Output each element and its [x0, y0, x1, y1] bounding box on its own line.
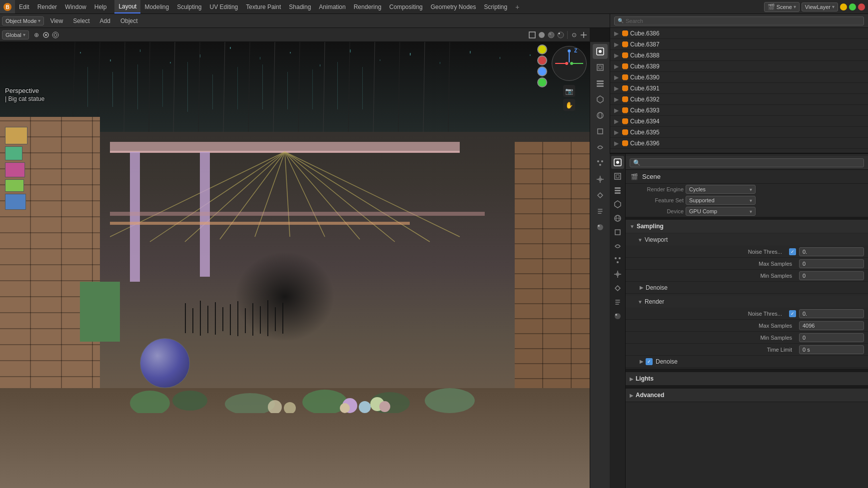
gizmo-blue-dot[interactable]	[537, 66, 547, 76]
window-close[interactable]	[858, 3, 865, 10]
object-mode-dropdown[interactable]: Object Mode ▾	[2, 16, 44, 25]
add-workspace-button[interactable]: +	[511, 0, 523, 13]
menu-window[interactable]: Window	[61, 0, 90, 13]
render-subheader[interactable]: ▼ Render	[626, 296, 868, 308]
transform-global-btn[interactable]: Global ▾	[2, 30, 29, 39]
sampling-header[interactable]: ▼ Sampling	[626, 220, 868, 233]
workspace-uv-editing[interactable]: UV Editing	[206, 0, 242, 13]
vtoolbar-particles-icon[interactable]	[593, 156, 608, 171]
vtoolbar-view-layer-icon[interactable]	[593, 76, 608, 91]
vtoolbar-object-icon[interactable]	[593, 124, 608, 139]
vtoolbar-constraint-icon[interactable]	[593, 188, 608, 203]
outliner-search-box[interactable]: 🔍 Search	[614, 16, 864, 25]
props-icon-data[interactable]	[611, 296, 624, 309]
vtoolbar-output-icon[interactable]	[593, 60, 608, 75]
blender-logo[interactable]: B	[0, 0, 15, 13]
vtoolbar-physics-icon[interactable]	[593, 172, 608, 187]
props-icon-object[interactable]	[611, 226, 624, 239]
transform-icon[interactable]: ⊕	[32, 31, 40, 39]
object-menu[interactable]: Object	[116, 17, 142, 24]
render-max-samples-value[interactable]: 4096	[799, 321, 864, 330]
props-search-box[interactable]: 🔍	[630, 158, 864, 167]
outliner-row-cube6388[interactable]: ▶ Cube.6388	[610, 50, 868, 61]
device-dropdown[interactable]: GPU Comp ▾	[686, 207, 756, 216]
viewport-subheader[interactable]: ▼ Viewport	[626, 234, 868, 246]
menu-help[interactable]: Help	[90, 0, 111, 13]
workspace-animation[interactable]: Animation	[315, 0, 349, 13]
props-icon-particles[interactable]	[611, 254, 624, 267]
proportional-edit-icon[interactable]	[51, 31, 59, 39]
window-minimize[interactable]	[840, 3, 847, 10]
props-icon-scene[interactable]	[611, 198, 624, 211]
snap-icon[interactable]	[42, 31, 50, 39]
outliner-row-cube6395[interactable]: ▶ Cube.6395	[610, 127, 868, 138]
viewport-noise-threshold-value[interactable]: 0.	[799, 247, 864, 256]
zoom-camera-icon[interactable]: 📷	[563, 85, 575, 97]
viewport-max-samples-value[interactable]: 0	[799, 259, 864, 268]
render-denoise-checkbox[interactable]: ✓	[646, 358, 653, 365]
viewlayer-selector[interactable]: ViewLayer ▾	[802, 2, 838, 11]
feature-set-dropdown[interactable]: Supported ▾	[686, 196, 756, 205]
workspace-geometry-nodes[interactable]: Geometry Nodes	[427, 0, 480, 13]
select-menu[interactable]: Select	[69, 17, 93, 24]
orbit-icon[interactable]: ✋	[563, 99, 575, 111]
workspace-layout[interactable]: Layout	[114, 0, 140, 13]
render-time-limit-value[interactable]: 0 s	[799, 345, 864, 354]
window-maximize[interactable]	[849, 3, 856, 10]
outliner-row-cube6386[interactable]: ▶ Cube.6386	[610, 28, 868, 39]
workspace-sculpting[interactable]: Sculpting	[173, 0, 205, 13]
props-icon-viewlayer[interactable]	[611, 184, 624, 197]
vtoolbar-data-icon[interactable]	[593, 204, 608, 219]
workspace-compositing[interactable]: Compositing	[385, 0, 427, 13]
gizmo-green-dot[interactable]	[537, 77, 547, 87]
vtoolbar-render-icon[interactable]	[593, 44, 608, 59]
props-icon-output[interactable]	[611, 170, 624, 183]
render-noise-threshold-checkbox[interactable]: ✓	[789, 310, 796, 317]
viewport-denoise-header[interactable]: ▶ Denoise	[626, 282, 868, 294]
props-icon-modifier[interactable]	[611, 240, 624, 253]
outliner-row-cube6387[interactable]: ▶ Cube.6387	[610, 39, 868, 50]
workspace-rendering[interactable]: Rendering	[350, 0, 385, 13]
advanced-header[interactable]: ▶ Advanced	[626, 389, 868, 402]
lights-header[interactable]: ▶ Lights	[626, 372, 868, 385]
workspace-texture-paint[interactable]: Texture Paint	[242, 0, 285, 13]
outliner-row-cube6390[interactable]: ▶ Cube.6390	[610, 72, 868, 83]
props-icon-material[interactable]	[611, 310, 624, 323]
viewport-shading-rendered[interactable]	[557, 31, 565, 39]
render-noise-threshold-value[interactable]: 0.	[799, 309, 864, 318]
vtoolbar-world-icon[interactable]	[593, 108, 608, 123]
overlay-toggle[interactable]: ⊙	[570, 31, 578, 39]
props-icon-constraint[interactable]	[611, 282, 624, 295]
outliner-row-cube6391[interactable]: ▶ Cube.6391	[610, 83, 868, 94]
outliner-row-cube6389[interactable]: ▶ Cube.6389	[610, 61, 868, 72]
viewport-min-samples-value[interactable]: 0	[799, 271, 864, 280]
viewport-noise-threshold-checkbox[interactable]: ✓	[789, 248, 796, 255]
outliner-row-cube6393[interactable]: ▶ Cube.6393	[610, 105, 868, 116]
vtoolbar-modifier-icon[interactable]	[593, 140, 608, 155]
viewport-shading-wire[interactable]	[528, 31, 536, 39]
menu-render[interactable]: Render	[33, 0, 61, 13]
viewport-shading-solid[interactable]	[538, 31, 546, 39]
vtoolbar-scene-icon[interactable]	[593, 92, 608, 107]
vtoolbar-material-icon[interactable]	[593, 220, 608, 235]
view-menu[interactable]: View	[46, 17, 67, 24]
outliner-row-cube6396[interactable]: ▶ Cube.6396	[610, 138, 868, 149]
outliner-row-cube6392[interactable]: ▶ Cube.6392	[610, 94, 868, 105]
props-icon-render[interactable]	[611, 156, 624, 169]
scene-selector[interactable]: 🎬 Scene ▾	[764, 2, 800, 12]
props-icon-world[interactable]	[611, 212, 624, 225]
workspace-scripting[interactable]: Scripting	[480, 0, 511, 13]
workspace-shading[interactable]: Shading	[285, 0, 315, 13]
render-min-samples-value[interactable]: 0	[799, 333, 864, 342]
outliner-row-cube6394[interactable]: ▶ Cube.6394	[610, 116, 868, 127]
menu-edit[interactable]: Edit	[15, 0, 33, 13]
gizmo-toggle[interactable]	[580, 31, 588, 39]
render-engine-dropdown[interactable]: Cycles ▾	[686, 185, 756, 194]
gizmo-red-dot[interactable]	[537, 55, 547, 65]
gizmo-yellow-dot[interactable]	[537, 44, 547, 54]
props-icon-physics[interactable]	[611, 268, 624, 281]
main-viewport[interactable]: Perspective | Big cat statue	[0, 42, 590, 488]
viewport-shading-material[interactable]	[547, 31, 555, 39]
add-menu[interactable]: Add	[96, 17, 114, 24]
workspace-modeling[interactable]: Modeling	[140, 0, 173, 13]
